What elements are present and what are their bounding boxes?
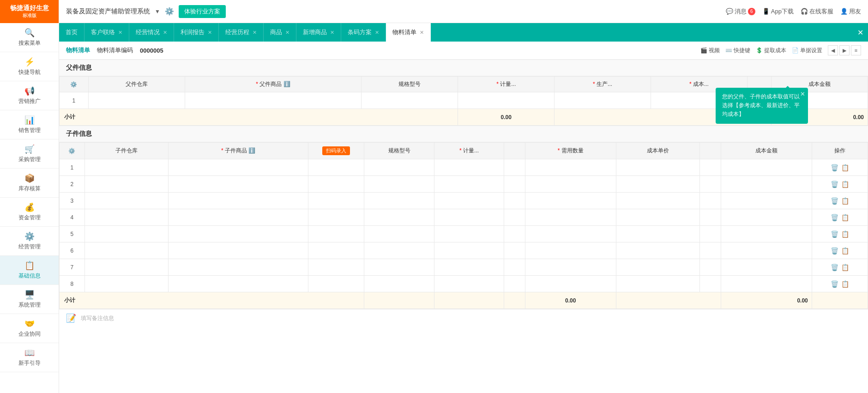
child-row-2-qty[interactable] bbox=[525, 176, 616, 193]
child-row-4-unit[interactable] bbox=[434, 209, 504, 226]
child-row-4-product[interactable] bbox=[169, 209, 308, 226]
tab-profit-close[interactable]: ✕ bbox=[208, 30, 212, 36]
child-row-6-spec[interactable] bbox=[364, 242, 434, 259]
doc-settings-button[interactable]: 📄 单据设置 bbox=[792, 47, 822, 54]
delete-row-8-icon[interactable]: 🗑️ bbox=[831, 280, 838, 288]
tab-history[interactable]: 经营历程 ✕ bbox=[219, 23, 264, 42]
child-row-6-unit-cost[interactable] bbox=[616, 242, 700, 259]
sidebar-item-purchase[interactable]: 🛒 采购管理 bbox=[0, 139, 59, 169]
child-row-6-qty[interactable] bbox=[525, 242, 616, 259]
close-all-tabs[interactable]: ✕ bbox=[853, 28, 868, 37]
copy-row-5-icon[interactable]: 📋 bbox=[841, 230, 849, 238]
child-row-1-unit[interactable] bbox=[434, 159, 504, 176]
tab-new-product[interactable]: 新增商品 ✕ bbox=[296, 23, 341, 42]
sidebar-item-search[interactable]: 🔍 搜索菜单 bbox=[0, 23, 59, 52]
tab-barcode[interactable]: 条码方案 ✕ bbox=[341, 23, 386, 42]
child-row-7-product[interactable] bbox=[169, 259, 308, 276]
child-row-1-warehouse[interactable] bbox=[84, 159, 169, 176]
sidebar-item-inventory[interactable]: 📦 库存核算 bbox=[0, 169, 59, 198]
child-row-4-warehouse[interactable] bbox=[84, 209, 169, 226]
child-row-3-unit[interactable] bbox=[434, 193, 504, 209]
child-row-7-spec[interactable] bbox=[364, 259, 434, 276]
child-row-4-unit-cost[interactable] bbox=[616, 209, 700, 226]
settings-header-icon[interactable]: ⚙️ bbox=[165, 7, 174, 16]
child-row-8-spec[interactable] bbox=[364, 276, 434, 292]
sidebar-item-marketing[interactable]: 📢 营销推广 bbox=[0, 81, 59, 110]
tab-customer[interactable]: 客户联络 ✕ bbox=[84, 23, 129, 42]
child-row-7-unit-cost[interactable] bbox=[616, 259, 700, 276]
child-row-3-warehouse[interactable] bbox=[84, 193, 169, 209]
sidebar-item-finance[interactable]: 💰 资金管理 bbox=[0, 198, 59, 227]
delete-row-4-icon[interactable]: 🗑️ bbox=[831, 214, 838, 221]
child-row-6-warehouse[interactable] bbox=[84, 242, 169, 259]
user-avatar[interactable]: 👤 用友 bbox=[840, 7, 861, 16]
child-row-4-qty[interactable] bbox=[525, 209, 616, 226]
child-row-8-warehouse[interactable] bbox=[84, 276, 169, 292]
delete-row-1-icon[interactable]: 🗑️ bbox=[831, 164, 838, 171]
online-service-button[interactable]: 🎧 在线客服 bbox=[801, 7, 833, 16]
child-row-3-spec[interactable] bbox=[364, 193, 434, 209]
copy-row-4-icon[interactable]: 📋 bbox=[841, 214, 849, 221]
note-placeholder[interactable]: 填写备注信息 bbox=[81, 314, 114, 322]
child-row-5-product[interactable] bbox=[169, 226, 308, 242]
child-row-1-qty[interactable] bbox=[525, 159, 616, 176]
child-row-2-unit[interactable] bbox=[434, 176, 504, 193]
child-row-8-unit[interactable] bbox=[434, 276, 504, 292]
parent-row-1-production[interactable] bbox=[555, 92, 651, 109]
child-row-4-spec[interactable] bbox=[364, 209, 434, 226]
message-button[interactable]: 💬 消息 6 bbox=[726, 7, 755, 16]
sidebar-item-quick-nav[interactable]: ⚡ 快捷导航 bbox=[0, 52, 59, 81]
sidebar-item-system[interactable]: 🖥️ 系统管理 bbox=[0, 285, 59, 314]
tab-customer-close[interactable]: ✕ bbox=[118, 30, 122, 36]
tab-operations-close[interactable]: ✕ bbox=[163, 30, 167, 36]
child-row-1-product[interactable] bbox=[169, 159, 308, 176]
sidebar-item-operations[interactable]: ⚙️ 经营管理 bbox=[0, 227, 59, 256]
parent-row-1-spec[interactable] bbox=[362, 92, 458, 109]
tooltip-close-button[interactable]: ✕ bbox=[800, 90, 805, 99]
parent-row-1-unit[interactable] bbox=[458, 92, 555, 109]
copy-row-7-icon[interactable]: 📋 bbox=[841, 264, 849, 271]
child-row-1-unit-cost[interactable] bbox=[616, 159, 700, 176]
child-row-6-unit[interactable] bbox=[434, 242, 504, 259]
child-row-3-qty[interactable] bbox=[525, 193, 616, 209]
copy-row-2-icon[interactable]: 📋 bbox=[841, 181, 849, 188]
list-view-button[interactable]: ≡ bbox=[851, 45, 861, 55]
tab-product[interactable]: 商品 ✕ bbox=[264, 23, 296, 42]
delete-row-2-icon[interactable]: 🗑️ bbox=[831, 181, 838, 188]
system-dropdown[interactable]: ▼ bbox=[155, 8, 160, 15]
next-page-button[interactable]: ▶ bbox=[839, 45, 850, 55]
child-row-2-spec[interactable] bbox=[364, 176, 434, 193]
tab-new-product-close[interactable]: ✕ bbox=[330, 30, 334, 36]
video-button[interactable]: 🎬 视频 bbox=[700, 47, 720, 54]
sidebar-item-basic[interactable]: 📋 基础信息 bbox=[0, 256, 59, 285]
tab-profit[interactable]: 利润报告 ✕ bbox=[174, 23, 219, 42]
child-row-5-unit[interactable] bbox=[434, 226, 504, 242]
child-row-7-warehouse[interactable] bbox=[84, 259, 169, 276]
child-row-7-qty[interactable] bbox=[525, 259, 616, 276]
tab-home[interactable]: 首页 bbox=[59, 23, 84, 42]
child-row-7-unit[interactable] bbox=[434, 259, 504, 276]
child-col-settings[interactable]: ⚙️ bbox=[60, 143, 85, 159]
child-col-scan[interactable]: 扫码录入 bbox=[308, 143, 364, 159]
parent-row-1-warehouse[interactable] bbox=[88, 92, 185, 109]
delete-row-3-icon[interactable]: 🗑️ bbox=[831, 197, 838, 205]
prev-page-button[interactable]: ◀ bbox=[828, 45, 838, 55]
child-row-8-unit-cost[interactable] bbox=[616, 276, 700, 292]
parent-row-1-product[interactable] bbox=[185, 92, 362, 109]
sidebar-item-guide[interactable]: 📖 新手引导 bbox=[0, 343, 59, 372]
child-row-1-spec[interactable] bbox=[364, 159, 434, 176]
sidebar-item-collab[interactable]: 🤝 企业协同 bbox=[0, 314, 59, 343]
tab-bom-close[interactable]: ✕ bbox=[420, 30, 424, 36]
child-row-2-warehouse[interactable] bbox=[84, 176, 169, 193]
tab-operations[interactable]: 经营情况 ✕ bbox=[129, 23, 174, 42]
tab-history-close[interactable]: ✕ bbox=[253, 30, 257, 36]
copy-row-8-icon[interactable]: 📋 bbox=[841, 280, 849, 288]
app-download-button[interactable]: 📱 App下载 bbox=[762, 7, 794, 16]
child-row-2-unit-cost[interactable] bbox=[616, 176, 700, 193]
child-row-5-spec[interactable] bbox=[364, 226, 434, 242]
delete-row-7-icon[interactable]: 🗑️ bbox=[831, 264, 838, 271]
parent-col-settings[interactable]: ⚙️ bbox=[60, 77, 89, 92]
trial-button[interactable]: 体验行业方案 bbox=[179, 5, 226, 18]
delete-row-5-icon[interactable]: 🗑️ bbox=[831, 230, 838, 238]
scan-input-button[interactable]: 扫码录入 bbox=[322, 146, 350, 155]
